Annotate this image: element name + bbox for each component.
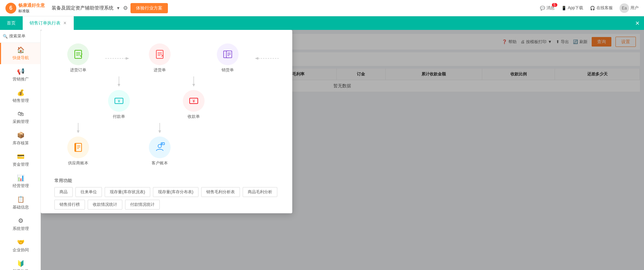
svg-marker-32 [77, 130, 80, 133]
func-btn-product-profit[interactable]: 商品毛利分析 [243, 187, 277, 197]
header-right: 💬 消息 5 📱 App下载 🎧 在线客服 Ea 用户 [540, 3, 639, 13]
flow-item-purchase-bill[interactable]: 进货单 [145, 40, 174, 76]
service-icon: 🎧 [590, 6, 595, 11]
sidebar-item-system[interactable]: ⚙ 系统管理 [0, 214, 40, 235]
basic-info-icon: 📋 [17, 196, 24, 203]
tab-sales-order[interactable]: 销售订单执行表 ✕ [23, 16, 74, 30]
supplier-ledger-circle [67, 137, 89, 158]
supplier-ledger-label: 供应商账本 [68, 160, 88, 166]
flow-item-payment[interactable]: ¥ 付款单 [105, 87, 133, 123]
sidebar-item-label: 经营管理 [13, 183, 29, 189]
modal-body: 进货订单 [41, 30, 292, 213]
main-layout: 🔍 搜索菜单 🏠 快捷导航 📢 营销推广 💰 销售管理 🛍 采购管理 📦 库存核… [0, 30, 644, 270]
logo-main-text: 畅康通好生意 [18, 3, 45, 8]
tab-close-icon[interactable]: ✕ [63, 21, 67, 25]
system-icon: ⚙ [18, 217, 23, 224]
arrow-h2 [251, 55, 285, 62]
arrow-h1 [102, 55, 136, 62]
sidebar-item-basic-info[interactable]: 📋 基础信息 [0, 192, 40, 214]
func-btn-inventory-dist[interactable]: 现存量(库存分布表) [153, 187, 198, 197]
func-btn-product[interactable]: 商品 [54, 187, 73, 197]
sidebar-item-marketing[interactable]: 📢 营销推广 [0, 64, 40, 86]
flow-diagram: 进货订单 [54, 40, 279, 169]
sidebar-item-label: 系统管理 [13, 226, 29, 232]
sidebar-item-label: 资金管理 [13, 162, 29, 167]
purchase-bill-icon [154, 49, 165, 60]
flow-item-supplier-ledger[interactable]: 供应商账本 [64, 133, 92, 169]
sidebar-item-label: 企业协同 [13, 247, 29, 253]
logo-area: 6 畅康通好生意 标准版 [5, 3, 46, 14]
func-btn-sales-rank[interactable]: 销售排行榜 [54, 200, 85, 210]
inventory-icon: 📦 [17, 131, 24, 139]
customer-ledger-circle [149, 137, 171, 158]
sidebar-item-inventory[interactable]: 📦 库存核算 [0, 128, 40, 149]
flow-arrow-2 [255, 55, 282, 62]
sales-bill-icon [222, 49, 233, 60]
svg-text:¥: ¥ [192, 99, 195, 104]
online-service-label: 在线客服 [596, 5, 613, 11]
purchase-icon: 🛍 [18, 110, 24, 118]
svg-marker-18 [255, 57, 258, 60]
guide-icon: 🔰 [17, 260, 24, 267]
payment-circle: ¥ [108, 90, 130, 112]
sidebar-item-finance[interactable]: 💳 资金管理 [0, 149, 40, 171]
receipt-circle: ¥ [183, 90, 205, 112]
customer-ledger-label: 客户账本 [152, 160, 168, 166]
arrow-v3 [75, 123, 82, 133]
sidebar-item-purchase[interactable]: 🛍 采购管理 [0, 107, 40, 128]
flow-item-receipt[interactable]: ¥ 收款单 [179, 87, 208, 123]
common-functions-section: 常用功能 商品 往来单位 现存量(库存状况表) 现存量(库存分布表) 销售毛利分… [54, 178, 279, 210]
svg-marker-26 [192, 84, 195, 87]
top-header: 6 畅康通好生意 标准版 装备及固定资产辅助管理系统 ▼ ⚙ 体验行业方案 💬 … [0, 0, 644, 16]
flow-item-purchase-order[interactable]: 进货订单 [64, 40, 92, 76]
sidebar-item-operations[interactable]: 📊 经营管理 [0, 171, 40, 192]
message-btn[interactable]: 💬 消息 5 [540, 5, 555, 11]
payment-icon: ¥ [114, 95, 124, 106]
sidebar-search-label: 搜索菜单 [9, 33, 25, 39]
user-label: 用户 [630, 5, 639, 11]
sidebar-item-label: 新手引导 [13, 269, 29, 270]
operations-icon: 📊 [17, 174, 24, 182]
sidebar-item-enterprise[interactable]: 🤝 企业协同 [0, 235, 40, 256]
sidebar-item-label: 采购管理 [13, 119, 29, 125]
tab-home[interactable]: 首页 [0, 16, 23, 30]
user-area[interactable]: Ea 用户 [620, 3, 639, 13]
flow-arrow-v4 [156, 123, 163, 133]
sidebar-search[interactable]: 🔍 搜索菜单 [0, 30, 40, 43]
finance-icon: 💳 [17, 153, 24, 160]
tab-home-label: 首页 [7, 20, 16, 26]
sidebar-item-label: 库存核算 [13, 140, 29, 146]
logo-text: 畅康通好生意 标准版 [18, 3, 45, 13]
sidebar-item-guide[interactable]: 🔰 新手引导 [0, 256, 40, 270]
func-btn-inventory-status[interactable]: 现存量(库存状况表) [105, 187, 150, 197]
sidebar: 🔍 搜索菜单 🏠 快捷导航 📢 营销推广 💰 销售管理 🛍 采购管理 📦 库存核… [0, 30, 41, 270]
arrow-v1 [116, 76, 122, 87]
func-btn-sales-profit[interactable]: 销售毛利分析表 [201, 187, 240, 197]
trial-button[interactable]: 体验行业方案 [130, 3, 168, 13]
enterprise-icon: 🤝 [17, 238, 24, 246]
system-dropdown-btn[interactable]: ▼ [116, 6, 120, 11]
func-btn-payment-stats[interactable]: 付款情况统计 [125, 200, 160, 210]
svg-rect-6 [156, 50, 163, 58]
flow-arrow-v1 [116, 76, 122, 87]
flow-arrow-1 [105, 55, 133, 62]
quick-nav-modal: 进货订单 [41, 30, 292, 213]
flow-item-sales-bill[interactable]: 销货单 [213, 40, 242, 76]
receipt-icon: ¥ [188, 95, 199, 106]
sidebar-item-label: 快捷导航 [13, 55, 29, 61]
sidebar-item-label: 销售管理 [13, 98, 29, 104]
sidebar-item-quick-nav[interactable]: 🏠 快捷导航 [0, 43, 40, 64]
sales-bill-circle [217, 43, 239, 65]
customer-ledger-icon [154, 142, 165, 153]
func-btn-receipt-stats[interactable]: 收款情况统计 [88, 200, 122, 210]
function-row-1: 商品 往来单位 现存量(库存状况表) 现存量(库存分布表) 销售毛利分析表 商品… [54, 187, 279, 197]
online-service-btn[interactable]: 🎧 在线客服 [590, 5, 613, 11]
gear-button[interactable]: ⚙ [123, 5, 128, 11]
sales-icon: 💰 [17, 89, 24, 96]
marketing-icon: 📢 [17, 68, 24, 75]
flow-item-customer-ledger[interactable]: 客户账本 [145, 133, 174, 169]
sidebar-item-sales[interactable]: 💰 销售管理 [0, 86, 40, 107]
nav-close-button[interactable]: ✕ [630, 16, 644, 30]
func-btn-contacts[interactable]: 往来单位 [75, 187, 102, 197]
app-download-btn[interactable]: 📱 App下载 [561, 5, 583, 11]
